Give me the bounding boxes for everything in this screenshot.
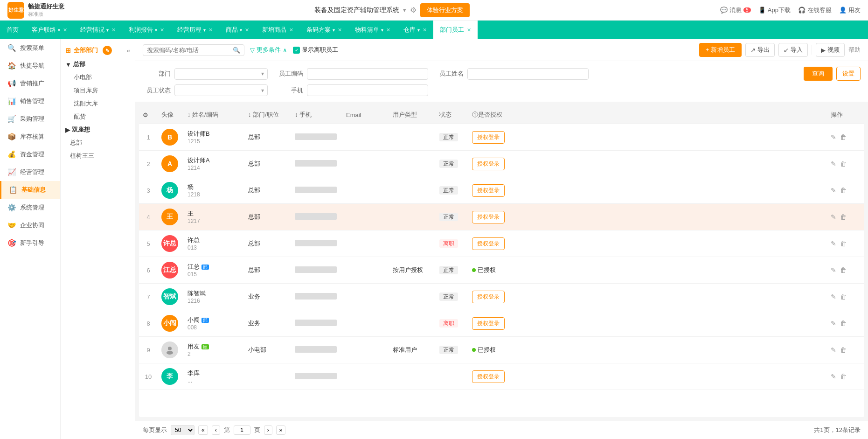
delete-icon[interactable]: 🗑 — [840, 293, 847, 300]
sidebar-item-collab[interactable]: 🤝 企业协同 — [0, 216, 60, 234]
nav-item-customer[interactable]: 客户联络 ▾ ✕ — [25, 21, 74, 39]
delete-icon[interactable]: 🗑 — [840, 266, 847, 274]
export-button[interactable]: ↗ 导出 — [745, 43, 775, 57]
experience-button[interactable]: 体验行业方案 — [420, 3, 470, 17]
status-select-wrap[interactable] — [174, 84, 268, 96]
authorize-button[interactable]: 授权登录 — [472, 237, 505, 250]
sidebar-item-purchase[interactable]: 🛒 采购管理 — [0, 110, 60, 128]
edit-icon[interactable]: ✎ — [831, 373, 836, 380]
search-input-wrap[interactable]: 🔍 — [143, 44, 244, 56]
status-select[interactable] — [174, 84, 268, 96]
next-button[interactable]: › — [264, 425, 272, 435]
delete-icon[interactable]: 🗑 — [840, 373, 847, 380]
next-last-button[interactable]: » — [276, 425, 286, 435]
gear-icon[interactable]: ⚙ — [410, 6, 417, 14]
delete-icon[interactable]: 🗑 — [840, 240, 847, 247]
sidebar-item-system[interactable]: ⚙️ 系统管理 — [0, 199, 60, 216]
search-input[interactable] — [147, 47, 231, 54]
nav-item-history[interactable]: 经营历程 ▾ ✕ — [171, 21, 219, 39]
page-size-select[interactable]: 50 100 — [171, 425, 194, 435]
delete-icon[interactable]: 🗑 — [840, 187, 847, 194]
phone-input[interactable] — [307, 84, 428, 96]
dept-item-general[interactable]: 总部 — [61, 136, 135, 149]
dropdown-arrow-icon[interactable]: ▾ — [403, 7, 406, 14]
page-input[interactable] — [234, 425, 250, 435]
edit-icon[interactable]: ✎ — [831, 346, 836, 354]
authorize-button[interactable]: 授权登录 — [472, 131, 505, 144]
col-name-header[interactable]: ↕ 姓名/编码 — [184, 106, 244, 124]
nav-close-icon[interactable]: ✕ — [208, 27, 213, 33]
query-button[interactable]: 查询 — [804, 67, 833, 81]
nav-item-warehouse[interactable]: 仓库 ▾ ✕ — [397, 21, 433, 39]
add-employee-button[interactable]: + 新增员工 — [699, 43, 742, 57]
dept-item-xiaodian[interactable]: 小电部 — [61, 71, 135, 84]
edit-icon[interactable]: ✎ — [831, 160, 836, 167]
delete-icon[interactable]: 🗑 — [840, 160, 847, 167]
dept-item-plant[interactable]: 植树王三 — [61, 149, 135, 162]
authorize-button[interactable]: 授权登录 — [472, 158, 505, 170]
edit-icon[interactable]: ✎ — [831, 266, 836, 274]
settings-button[interactable]: 设置 — [836, 67, 861, 81]
collapse-icon[interactable]: « — [127, 47, 130, 54]
edit-icon[interactable]: ✎ — [831, 187, 836, 194]
nav-close-icon[interactable]: ✕ — [386, 27, 390, 33]
dept-item-shenyang[interactable]: 沈阳大库 — [61, 97, 135, 110]
edit-icon[interactable]: ✎ — [831, 133, 836, 141]
show-resigned-toggle[interactable]: ✓ 显示离职员工 — [293, 46, 338, 54]
nav-close-icon[interactable]: ✕ — [338, 27, 342, 33]
nav-item-profit[interactable]: 利润报告 ▾ ✕ — [122, 21, 171, 39]
dept-item-project[interactable]: 项目库房 — [61, 84, 135, 97]
sidebar-item-finance[interactable]: 💰 资金管理 — [0, 146, 60, 163]
col-dept-header[interactable]: ↕ 部门/职位 — [244, 106, 291, 124]
nav-close-icon[interactable]: ✕ — [467, 27, 471, 33]
nav-close-icon[interactable]: ✕ — [111, 27, 116, 33]
prev-button[interactable]: ‹ — [212, 425, 220, 435]
help-text[interactable]: 帮助 — [848, 46, 861, 54]
dept-edit-icon[interactable]: ✎ — [103, 46, 112, 55]
prev-first-button[interactable]: « — [198, 425, 208, 435]
employee-name-input[interactable] — [467, 68, 589, 80]
delete-icon[interactable]: 🗑 — [840, 320, 847, 327]
delete-icon[interactable]: 🗑 — [840, 133, 847, 141]
edit-icon[interactable]: ✎ — [831, 320, 836, 327]
nav-close-icon[interactable]: ✕ — [289, 27, 293, 33]
sidebar-item-basic[interactable]: 📋 基础信息 — [0, 181, 60, 199]
import-button[interactable]: ↙ 导入 — [778, 43, 808, 57]
more-filter-button[interactable]: ▽ 更多条件 ∧ — [250, 46, 287, 54]
sidebar-item-management[interactable]: 📈 经营管理 — [0, 163, 60, 181]
col-settings[interactable]: ⚙ — [139, 106, 158, 124]
dept-item-distribution[interactable]: 配货 — [61, 110, 135, 123]
nav-item-employee[interactable]: 部门员工 ✕ — [433, 21, 478, 39]
authorize-button[interactable]: 授权登录 — [472, 370, 505, 383]
sidebar-item-search[interactable]: 🔍 搜索菜单 — [0, 39, 60, 57]
authorize-button[interactable]: 授权登录 — [472, 317, 505, 330]
sidebar-item-sales[interactable]: 📊 销售管理 — [0, 92, 60, 110]
nav-close-icon[interactable]: ✕ — [245, 27, 249, 33]
edit-icon[interactable]: ✎ — [831, 240, 836, 247]
nav-close-icon[interactable]: ✕ — [423, 27, 427, 33]
sidebar-item-guide[interactable]: 🎯 新手引导 — [0, 234, 60, 252]
authorize-button[interactable]: 授权登录 — [472, 211, 505, 223]
col-phone-header[interactable]: ↕ 手机 — [291, 106, 342, 124]
nav-close-icon[interactable]: ✕ — [160, 27, 164, 33]
nav-item-goods[interactable]: 商品 ▾ ✕ — [219, 21, 256, 39]
authorize-button[interactable]: 授权登录 — [472, 291, 505, 303]
message-button[interactable]: 💬 消息 5 — [720, 6, 751, 14]
sidebar-item-quicknav[interactable]: 🏠 快捷导航 — [0, 57, 60, 75]
dept-select[interactable] — [174, 68, 268, 80]
edit-icon[interactable]: ✎ — [831, 213, 836, 221]
sidebar-item-marketing[interactable]: 📢 营销推广 — [0, 75, 60, 92]
authorize-button[interactable]: 授权登录 — [472, 184, 505, 197]
edit-icon[interactable]: ✎ — [831, 293, 836, 300]
dept-select-wrap[interactable] — [174, 68, 268, 80]
dept-group-dual[interactable]: ▶ 双座想 — [61, 123, 135, 136]
nav-item-new-goods[interactable]: 新增商品 ✕ — [256, 21, 300, 39]
nav-item-barcode[interactable]: 条码方案 ▾ ✕ — [300, 21, 348, 39]
employee-code-input[interactable] — [307, 68, 428, 80]
app-download-button[interactable]: 📱 App下载 — [758, 6, 791, 14]
nav-item-home[interactable]: 首页 — [0, 21, 25, 39]
video-button[interactable]: ▶ 视频 — [816, 43, 845, 57]
nav-item-bom[interactable]: 物料清单 ▾ ✕ — [348, 21, 397, 39]
delete-icon[interactable]: 🗑 — [840, 213, 847, 221]
nav-close-icon[interactable]: ✕ — [63, 27, 67, 33]
